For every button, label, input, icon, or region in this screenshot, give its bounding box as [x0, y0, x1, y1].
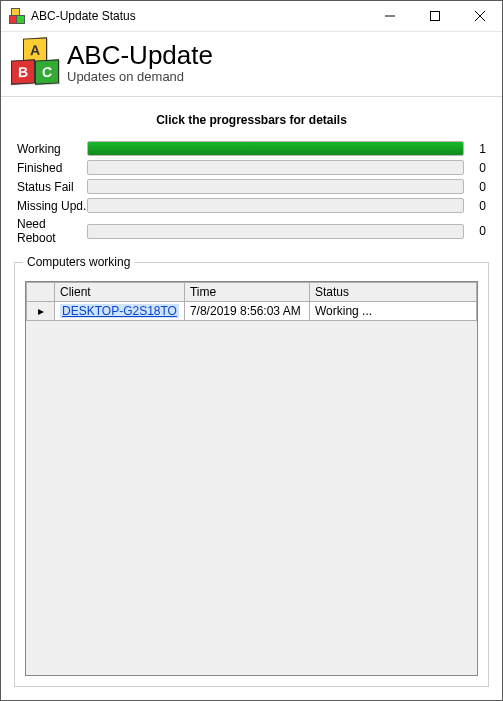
progress-list: Working1Finished0Status Fail0Missing Upd… — [17, 141, 486, 249]
progress-label: Need Reboot — [17, 217, 87, 245]
progress-count: 1 — [464, 142, 486, 156]
progress-count: 0 — [464, 199, 486, 213]
app-title: ABC-Update — [67, 41, 213, 69]
progress-bar[interactable] — [87, 224, 464, 239]
computers-working-group: Computers working Client Time Status ▸DE… — [14, 262, 489, 687]
progress-row: Working1 — [17, 141, 486, 156]
progress-count: 0 — [464, 161, 486, 175]
progress-row: Status Fail0 — [17, 179, 486, 194]
table-empty-area — [26, 321, 477, 675]
groupbox-legend: Computers working — [23, 255, 134, 269]
maximize-button[interactable] — [412, 1, 457, 31]
app-logo-icon: A B C — [11, 38, 59, 86]
client-link[interactable]: DESKTOP-G2S18TO — [60, 304, 179, 318]
row-indicator-icon: ▸ — [27, 302, 55, 321]
progress-bar[interactable] — [87, 179, 464, 194]
app-icon — [9, 8, 25, 24]
progress-row: Need Reboot0 — [17, 217, 486, 245]
progress-label: Working — [17, 142, 87, 156]
row-header-column[interactable] — [27, 283, 55, 302]
table-row[interactable]: ▸DESKTOP-G2S18TO7/8/2019 8:56:03 AMWorki… — [27, 302, 477, 321]
app-subtitle: Updates on demand — [67, 69, 213, 84]
column-header-client[interactable]: Client — [55, 283, 185, 302]
column-header-status[interactable]: Status — [309, 283, 476, 302]
cell-time: 7/8/2019 8:56:03 AM — [184, 302, 309, 321]
progress-bar[interactable] — [87, 198, 464, 213]
progress-bar[interactable] — [87, 141, 464, 156]
column-header-time[interactable]: Time — [184, 283, 309, 302]
progress-count: 0 — [464, 180, 486, 194]
cell-client[interactable]: DESKTOP-G2S18TO — [55, 302, 185, 321]
progress-row: Finished0 — [17, 160, 486, 175]
progress-row: Missing Upd.0 — [17, 198, 486, 213]
hint-text: Click the progressbars for details — [13, 113, 490, 127]
progress-label: Finished — [17, 161, 87, 175]
progress-count: 0 — [464, 224, 486, 238]
app-window: ABC-Update Status A B C ABC-Update Updat… — [0, 0, 503, 701]
progress-label: Status Fail — [17, 180, 87, 194]
window-title: ABC-Update Status — [31, 9, 367, 23]
titlebar: ABC-Update Status — [1, 1, 502, 32]
progress-bar[interactable] — [87, 160, 464, 175]
progress-label: Missing Upd. — [17, 199, 87, 213]
close-button[interactable] — [457, 1, 502, 31]
cell-status: Working ... — [309, 302, 476, 321]
minimize-button[interactable] — [367, 1, 412, 31]
svg-rect-1 — [430, 12, 439, 21]
banner: A B C ABC-Update Updates on demand — [1, 32, 502, 97]
computers-table-container: Client Time Status ▸DESKTOP-G2S18TO7/8/2… — [25, 281, 478, 676]
content-area: Click the progressbars for details Worki… — [1, 97, 502, 700]
computers-table[interactable]: Client Time Status ▸DESKTOP-G2S18TO7/8/2… — [26, 282, 477, 321]
